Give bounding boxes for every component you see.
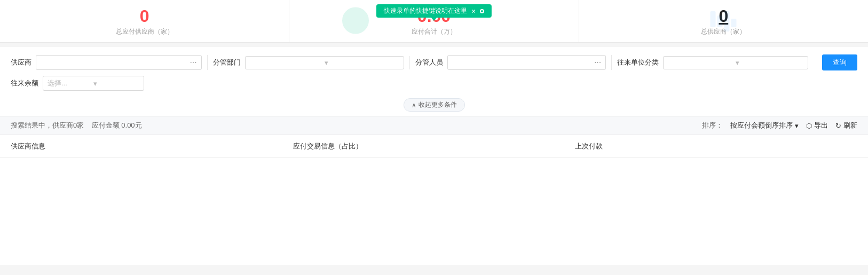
balance-arrow-icon: ▾ [93, 80, 139, 88]
collapse-arrow-icon: ∧ [412, 101, 416, 109]
sort-label: 排序： [702, 121, 723, 130]
total-payable-suppliers-label: 总应付供应商（家） [116, 27, 173, 36]
table-container: 供应商信息 应付交易信息（占比） 上次付款 [0, 135, 868, 265]
result-summary: 搜索结果中，供应商0家 应付金额 0.00元 [11, 121, 142, 130]
dept-arrow-icon: ▾ [325, 59, 399, 67]
result-bar: 搜索结果中，供应商0家 应付金额 0.00元 排序： 按应付会额倒序排序 ▾ ⬡… [0, 116, 868, 135]
unit-arrow-icon: ▾ [736, 59, 803, 67]
col-supplier-header: 供应商信息 [11, 142, 293, 151]
sort-select[interactable]: 按应付会额倒序排序 ▾ [730, 121, 799, 130]
search-row-2: 往来余额 选择... ▾ [11, 76, 857, 91]
col-payable-header: 应付交易信息（占比） [293, 142, 575, 151]
supplier-input[interactable] [41, 59, 186, 67]
tooltip-bar: 快速录单的快捷键说明在这里 × [376, 4, 492, 18]
dept-field: 分管部门 ▾ [208, 56, 410, 69]
person-input[interactable] [452, 59, 591, 67]
supplier-field: 供应商 ··· [11, 55, 208, 70]
card2-icon: 米 [342, 6, 369, 34]
balance-select[interactable]: 选择... ▾ [43, 76, 144, 91]
search-row-1: 供应商 ··· 分管部门 ▾ 分管人员 ··· 往来单位分类 [11, 54, 857, 70]
person-field: 分管人员 ··· [410, 55, 612, 70]
collapse-label: 收起更多条件 [419, 100, 457, 109]
summary-card-2: 快速录单的快捷键说明在这里 × 米 0.00 应付合计（万） [289, 0, 579, 42]
table-header: 供应商信息 应付交易信息（占比） 上次付款 [0, 135, 868, 158]
refresh-button[interactable]: ↻ 刷新 [835, 121, 857, 130]
search-section: 供应商 ··· 分管部门 ▾ 分管人员 ··· 往来单位分类 [0, 47, 868, 116]
tooltip-close-button[interactable]: × [471, 7, 476, 15]
svg-text:米: 米 [350, 13, 361, 27]
balance-label: 往来余额 [11, 78, 38, 88]
dept-select[interactable]: ▾ [245, 56, 404, 69]
query-button[interactable]: 查询 [822, 54, 857, 70]
sort-arrow-icon: ▾ [795, 122, 799, 130]
person-dots-button[interactable]: ··· [594, 58, 601, 67]
dept-label: 分管部门 [213, 58, 241, 67]
export-button[interactable]: ⬡ 导出 [806, 121, 828, 130]
collapse-button[interactable]: ∧ 收起更多条件 [404, 98, 465, 112]
payable-total-label: 应付合计（万） [412, 27, 456, 36]
collapse-row: ∧ 收起更多条件 [11, 96, 857, 116]
export-label: 导出 [814, 121, 828, 130]
balance-placeholder: 选择... [48, 78, 93, 88]
tooltip-text: 快速录单的快捷键说明在这里 [384, 6, 467, 15]
refresh-icon: ↻ [835, 122, 841, 130]
supplier-label: 供应商 [11, 58, 31, 67]
total-payable-suppliers-number: 0 [140, 6, 149, 26]
unit-label: 往来单位分类 [617, 58, 659, 67]
supplier-dots-button[interactable]: ··· [190, 58, 196, 67]
card3-bg-icon [711, 11, 737, 32]
supplier-input-wrap[interactable]: ··· [36, 55, 202, 70]
result-amount: 应付金额 0.00元 [92, 121, 142, 129]
summary-card-1: 0 总应付供应商（家） [0, 0, 289, 42]
result-bar-right: 排序： 按应付会额倒序排序 ▾ ⬡ 导出 ↻ 刷新 [702, 121, 857, 130]
unit-select[interactable]: ▾ [663, 56, 808, 69]
refresh-label: 刷新 [843, 121, 857, 130]
table-body [0, 158, 868, 265]
tooltip-dot [480, 9, 484, 13]
person-input-wrap[interactable]: ··· [447, 55, 606, 70]
person-label: 分管人员 [415, 58, 443, 67]
summary-card-3: 0 总供应商（家） [579, 0, 868, 42]
export-icon: ⬡ [806, 122, 812, 130]
summary-bar: 0 总应付供应商（家） 快速录单的快捷键说明在这里 × 米 0.00 应付合计（… [0, 0, 868, 43]
col-lastpay-header: 上次付款 [575, 142, 857, 151]
result-text: 搜索结果中，供应商0家 [11, 121, 84, 129]
unit-field: 往来单位分类 ▾ [612, 56, 814, 69]
sort-value: 按应付会额倒序排序 [730, 121, 793, 130]
